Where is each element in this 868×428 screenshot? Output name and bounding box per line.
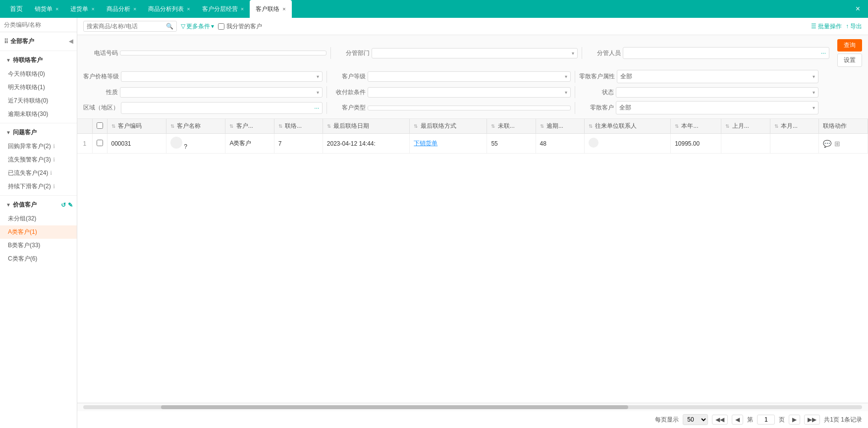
- row-contact: 7: [274, 134, 323, 154]
- customer-level-input[interactable]: ▾: [368, 71, 570, 82]
- nav-tab-sales[interactable]: 销货单 ×: [29, 0, 64, 18]
- per-page-select[interactable]: 50 100: [683, 414, 708, 425]
- sidebar-problem-customers-header[interactable]: ▼ 问题客户: [0, 125, 77, 140]
- sort-icon-class: ⇅: [229, 123, 233, 129]
- row-last-contact-date: 2023-04-12 14:44:: [323, 134, 410, 154]
- filter-row-3: 性质 ▾ 收付款条件 ▾ 状态 ▾: [83, 86, 862, 98]
- close-tab-purchase-icon[interactable]: ×: [91, 6, 94, 12]
- nav-tab-customer-tier[interactable]: 客户分层经营 ×: [196, 0, 250, 18]
- qr-icon[interactable]: ⊞: [834, 140, 840, 148]
- col-name: ⇅ 客户名称: [166, 119, 225, 134]
- row-last-contact-method: 下销货单: [410, 134, 487, 154]
- region-input[interactable]: ···: [121, 102, 323, 114]
- filter-row-2: 客户价格等级 ▾ 客户等级 ▾ 零散客户属性 全部▾: [83, 70, 862, 83]
- sidebar-item-class-c[interactable]: C类客户(6): [0, 252, 77, 266]
- sidebar-value-customers-header[interactable]: ▼ 价值客户 ↺ ✎: [0, 198, 77, 212]
- col-customer-class: ⇅ 客户...: [225, 119, 274, 134]
- sidebar-all-customers-header[interactable]: ⠿ 全部客户 ◀: [0, 34, 77, 49]
- nav-tab-analysis[interactable]: 商品分析 ×: [101, 0, 142, 18]
- search-input[interactable]: [87, 23, 166, 30]
- first-page-button[interactable]: ◀◀: [712, 415, 728, 425]
- edit-icon[interactable]: ✎: [68, 202, 73, 209]
- filter-icon: ▽: [181, 23, 185, 30]
- person-dots-icon[interactable]: ···: [821, 50, 826, 56]
- price-level-input[interactable]: ▾: [121, 71, 323, 82]
- export-button[interactable]: ↑ 导出: [846, 22, 862, 31]
- horizontal-scrollbar[interactable]: [83, 405, 862, 409]
- search-icon[interactable]: 🔍: [166, 23, 173, 30]
- nature-input[interactable]: ▾: [120, 87, 323, 98]
- filter-person: 分管人员 ···: [586, 47, 829, 59]
- close-tab-analysis-list-icon[interactable]: ×: [187, 6, 190, 12]
- region-dots-icon[interactable]: ···: [314, 105, 319, 111]
- refresh-icon[interactable]: ↺: [61, 202, 66, 209]
- dept-dropdown-arrow: ▾: [572, 51, 574, 56]
- retail-attr-label: 零散客户属性: [579, 72, 615, 81]
- select-all-checkbox[interactable]: [97, 122, 103, 129]
- my-customers-check[interactable]: [218, 23, 224, 30]
- col-index: [77, 119, 92, 134]
- row-action: 💬 ⊞: [818, 134, 868, 154]
- status-arrow: ▾: [813, 90, 815, 95]
- page-number-input[interactable]: [757, 415, 775, 425]
- main-layout: 🔍 ⠿ 全部客户 ◀ ▼ 待联络客户 今天待联络(0) 明天待联络(1) 近7天…: [0, 18, 868, 428]
- contact-method-link[interactable]: 下销货单: [414, 140, 437, 147]
- last-page-button[interactable]: ▶▶: [804, 415, 820, 425]
- customer-type-input[interactable]: [368, 106, 570, 110]
- batch-ops-icon: ☰: [811, 23, 816, 30]
- retail-customer-input[interactable]: 全部▾: [616, 101, 818, 114]
- nav-tab-purchase[interactable]: 进货单 ×: [64, 0, 100, 18]
- row-this-year: 10995.00: [671, 134, 721, 154]
- close-tab-customer-tier-icon[interactable]: ×: [241, 6, 244, 12]
- filter-retail-customer: 零散客户 全部▾: [579, 101, 818, 114]
- close-tab-sales-icon[interactable]: ×: [55, 6, 58, 12]
- retail-attr-input[interactable]: 全部▾: [617, 70, 818, 83]
- sidebar-item-today-wait[interactable]: 今天待联络(0): [0, 67, 77, 81]
- sidebar-item-lost-pre[interactable]: 流失预警客户(3) ℹ: [0, 153, 77, 166]
- sidebar-item-unclassified[interactable]: 未分组(32): [0, 212, 77, 225]
- nav-tab-customer-contact[interactable]: 客户联络 ×: [250, 0, 291, 18]
- sidebar-item-continue-down[interactable]: 持续下滑客户(2) ℹ: [0, 180, 77, 193]
- filter-region: 区域（地区） ···: [83, 102, 323, 114]
- sidebar-item-tomorrow-wait[interactable]: 明天待联络(1): [0, 81, 77, 94]
- close-tab-analysis-icon[interactable]: ×: [133, 6, 136, 12]
- window-close-button[interactable]: ×: [852, 4, 864, 13]
- status-label: 状态: [579, 88, 614, 97]
- settings-button[interactable]: 设置: [837, 54, 862, 67]
- my-customers-checkbox[interactable]: 我分管的客户: [218, 22, 262, 31]
- dept-input[interactable]: ▾: [372, 48, 578, 58]
- batch-ops-button[interactable]: ☰ 批量操作: [811, 22, 842, 31]
- sidebar-search-input[interactable]: [4, 21, 77, 28]
- close-tab-customer-contact-icon[interactable]: ×: [282, 6, 285, 12]
- pay-condition-input[interactable]: ▾: [368, 87, 570, 98]
- sidebar-item-seven-days-wait[interactable]: 近7天待联络(0): [0, 94, 77, 107]
- phone-input[interactable]: [120, 51, 326, 55]
- status-input[interactable]: ▾: [616, 87, 818, 98]
- action-icons: 💬 ⊞: [823, 140, 864, 148]
- chat-icon[interactable]: 💬: [823, 140, 831, 148]
- sidebar-item-rebuyers[interactable]: 回购异常客户(2) ℹ: [0, 140, 77, 153]
- sidebar-item-lost[interactable]: 已流失客户(24) ℹ: [0, 166, 77, 180]
- sort-icon-name: ⇅: [170, 123, 174, 129]
- row-this-month: [770, 134, 818, 154]
- sidebar-item-class-a[interactable]: A类客户(1): [0, 225, 77, 239]
- person-input[interactable]: ···: [623, 47, 829, 59]
- filter-pay-condition: 收付款条件 ▾: [331, 87, 570, 98]
- filter-bar: 🔍 ▽ 更多条件 ▾ 我分管的客户 ☰ 批量操作 ↑ 导出: [77, 18, 868, 35]
- sidebar-item-class-b[interactable]: B类客户(33): [0, 239, 77, 252]
- sidebar-wait-contact-section: ▼ 待联络客户 今天待联络(0) 明天待联络(1) 近7天待联络(0) 逾期未联…: [0, 51, 77, 123]
- nav-home[interactable]: 首页: [4, 0, 29, 18]
- next-page-button[interactable]: ▶: [789, 415, 800, 425]
- filter-retail-attr: 零散客户属性 全部▾: [579, 70, 818, 83]
- phone-label: 电话号码: [83, 49, 118, 57]
- filter-phone: 电话号码: [83, 49, 326, 57]
- sidebar-wait-contact-header[interactable]: ▼ 待联络客户: [0, 53, 77, 67]
- total-pages-label: 页: [779, 416, 785, 424]
- prev-page-button[interactable]: ◀: [732, 415, 743, 425]
- query-button[interactable]: 查询: [837, 39, 862, 52]
- sidebar-item-overdue-contact[interactable]: 逾期未联络(30): [0, 107, 77, 121]
- more-conditions-button[interactable]: ▽ 更多条件 ▾: [181, 22, 214, 31]
- row-checkbox[interactable]: [97, 140, 103, 146]
- nav-tab-analysis-list[interactable]: 商品分析列表 ×: [142, 0, 196, 18]
- region-label: 区域（地区）: [83, 104, 119, 112]
